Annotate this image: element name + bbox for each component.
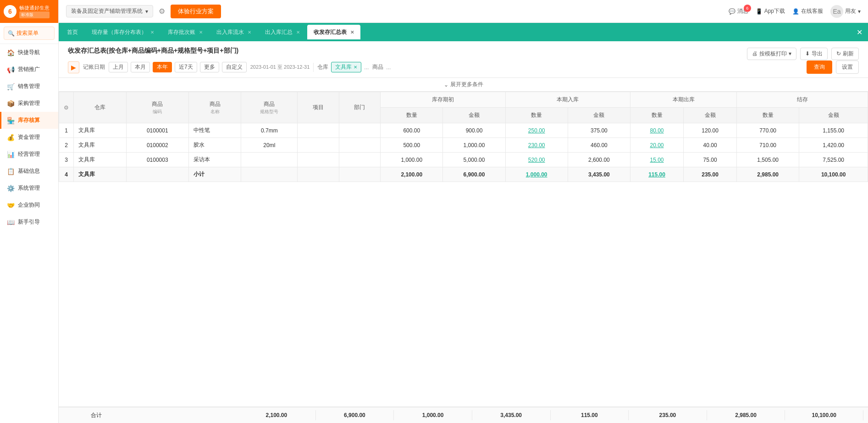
query-btn[interactable]: 查询 [807, 60, 832, 74]
sidebar-item-sales[interactable]: 🛒 销售管理 [0, 78, 58, 95]
sidebar-item-basic[interactable]: 📋 基础信息 [0, 163, 58, 180]
tab-batch-close[interactable]: ✕ [199, 30, 203, 35]
filter-goods: 商品 ... [372, 63, 391, 71]
sidebar-item-purchase[interactable]: 📦 采购管理 [0, 95, 58, 112]
sidebar-item-inventory[interactable]: 🏪 库存核算 [0, 112, 58, 129]
row-goods-spec: 0.7mm [241, 123, 298, 138]
date-btn-more[interactable]: 更多 [200, 62, 219, 72]
row-opening-qty: 500.00 [381, 138, 443, 153]
footer-opening-qty: 2,100.00 [238, 410, 316, 420]
phone-icon: 📱 [756, 8, 763, 15]
row-goods-code [126, 167, 188, 182]
footer-in-amt: 3,435.00 [472, 410, 551, 420]
tab-stock-dist[interactable]: 现存量（库存分布表） ✕ [85, 25, 160, 39]
row-goods-name: 采访本 [188, 153, 241, 167]
table-row: 2文具库0100002胶水20ml500.001,000.00230.00460… [59, 138, 868, 153]
marketing-icon: 📢 [7, 66, 14, 73]
warehouse-more[interactable]: ... [364, 64, 369, 71]
refresh-icon: ↻ [836, 50, 841, 57]
basic-icon: 📋 [7, 168, 14, 175]
sidebar-item-quick-nav[interactable]: 🏠 快捷导航 [0, 44, 58, 61]
tab-receive-send-close[interactable]: ✕ [350, 30, 354, 35]
sidebar-item-enterprise[interactable]: 🤝 企业协同 [0, 197, 58, 214]
settings-icon[interactable]: ⚙ [159, 7, 165, 16]
guide-icon: 📖 [7, 219, 14, 226]
date-btn-7days[interactable]: 近7天 [175, 62, 197, 72]
row-goods-spec [241, 153, 298, 167]
row-goods-code: 0100001 [126, 123, 188, 138]
footer-balance-qty: 2,985.00 [707, 410, 785, 420]
row-out-qty[interactable]: 80.00 [630, 123, 683, 138]
row-in-qty[interactable]: 230.00 [505, 138, 568, 153]
goods-more[interactable]: ... [386, 64, 391, 71]
sales-icon: 🛒 [7, 83, 14, 90]
sidebar-item-operation[interactable]: 📊 经营管理 [0, 146, 58, 163]
tab-inout-summary-close[interactable]: ✕ [296, 30, 300, 35]
user-chevron-icon: ▾ [858, 8, 861, 15]
row-in-qty[interactable]: 520.00 [505, 153, 568, 167]
tab-inout-summary[interactable]: 出入库汇总 ✕ [259, 25, 306, 39]
logo-text: 畅捷通好生意 [19, 5, 50, 11]
system-selector[interactable]: 装备及固定资产辅助管理系统 ▾ [66, 5, 153, 17]
row-in-amt: 460.00 [568, 138, 630, 153]
table-settings-col[interactable]: ⚙ [59, 92, 74, 123]
tab-stock-dist-close[interactable]: ✕ [150, 30, 154, 35]
sidebar-item-system[interactable]: ⚙️ 系统管理 [0, 180, 58, 197]
expand-more-btn[interactable]: ⌄ 展开更多条件 [59, 78, 868, 92]
row-out-amt: 120.00 [684, 123, 737, 138]
finance-icon: 💰 [7, 134, 14, 141]
date-btn-custom[interactable]: 自定义 [222, 62, 247, 72]
tab-inout-flow-close[interactable]: ✕ [248, 30, 251, 35]
tab-home[interactable]: 首页 [61, 25, 84, 39]
tabbar-close-btn[interactable]: ✕ [853, 26, 866, 38]
search-menu-button[interactable]: 🔍 搜索菜单 [4, 27, 55, 40]
row-project [298, 167, 339, 182]
sidebar-item-marketing[interactable]: 📢 营销推广 [0, 61, 58, 78]
row-goods-code: 0100002 [126, 138, 188, 153]
row-out-qty[interactable]: 115.00 [630, 167, 683, 182]
warehouse-tag-remove[interactable]: ✕ [354, 65, 357, 70]
row-out-qty[interactable]: 20.00 [630, 138, 683, 153]
tab-batch[interactable]: 库存批次账 ✕ [161, 25, 209, 39]
footer-out-qty: 115.00 [551, 410, 629, 420]
tab-inout-flow[interactable]: 出入库流水 ✕ [210, 25, 258, 39]
set-btn[interactable]: 设置 [836, 60, 859, 74]
row-index: 3 [59, 153, 74, 167]
date-btn-this-year[interactable]: 本年 [153, 62, 172, 72]
row-out-amt: 235.00 [684, 167, 737, 182]
row-out-qty[interactable]: 15.00 [630, 153, 683, 167]
home-icon: 🏠 [7, 49, 14, 56]
row-project [298, 123, 339, 138]
try-btn[interactable]: 体验行业方案 [171, 5, 221, 18]
logo-icon: 6 [4, 5, 17, 18]
row-balance-qty: 770.00 [737, 123, 799, 138]
app-logo: 6 畅捷通好生意 标准版 [0, 0, 58, 23]
print-btn[interactable]: 🖨 按模板打印 ▾ [747, 48, 796, 60]
user-action[interactable]: Ea 用友 ▾ [830, 5, 861, 18]
row-balance-qty: 710.00 [737, 138, 799, 153]
row-department [339, 153, 381, 167]
row-in-qty[interactable]: 250.00 [505, 123, 568, 138]
date-btn-this-month[interactable]: 本月 [131, 62, 150, 72]
app-download-action[interactable]: 📱 App下载 [756, 7, 785, 15]
row-balance-amt: 1,155.00 [799, 123, 868, 138]
footer-opening-amt: 6,900.00 [316, 410, 394, 420]
row-index: 2 [59, 138, 74, 153]
filter-collapse-btn[interactable]: ▶ [68, 61, 79, 73]
date-btn-last-month[interactable]: 上月 [109, 62, 128, 72]
message-action[interactable]: 💬 消息 6 [729, 7, 748, 15]
print-icon: 🖨 [752, 50, 757, 57]
sidebar-item-finance[interactable]: 💰 资金管理 [0, 129, 58, 146]
row-index: 4 [59, 167, 74, 182]
refresh-btn[interactable]: ↻ 刷新 [831, 48, 859, 60]
export-btn[interactable]: ⬇ 导出 [800, 48, 828, 60]
row-in-amt: 375.00 [568, 123, 630, 138]
row-in-qty[interactable]: 1,000.00 [505, 167, 568, 182]
sidebar-item-guide[interactable]: 📖 新手引导 [0, 214, 58, 231]
online-service-action[interactable]: 👤 在线客服 [792, 7, 823, 15]
th-project: 项目 [298, 92, 339, 123]
sidebar-search-area: 🔍 搜索菜单 [0, 23, 58, 44]
tab-receive-send[interactable]: 收发存汇总表 ✕ [307, 25, 360, 39]
page-header-row: 收发存汇总表(按仓库+商品编码+商品+规格型号+项目+部门) 🖨 按模板打印 ▾… [68, 47, 859, 60]
row-in-amt: 2,600.00 [568, 153, 630, 167]
